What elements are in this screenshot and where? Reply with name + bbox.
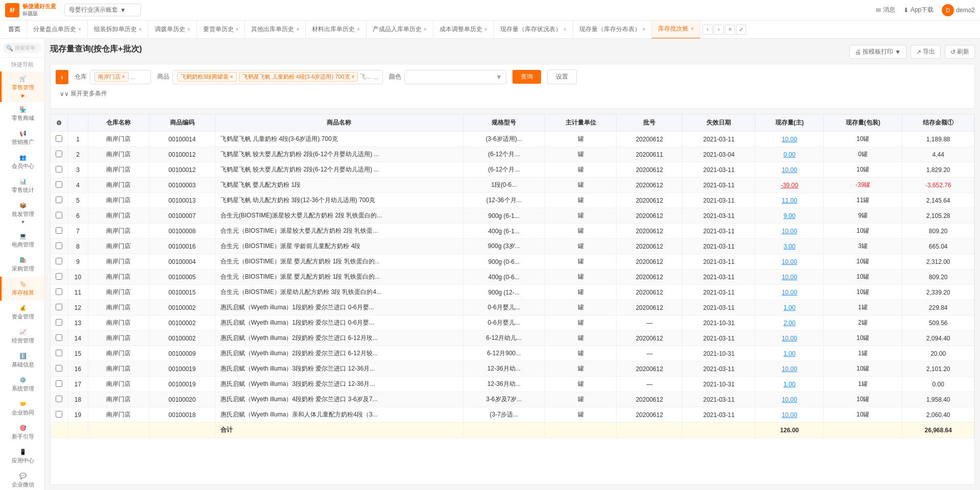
td-qty[interactable]: 1.00: [755, 377, 824, 392]
sidebar-item-wechat[interactable]: 💬 企业微信: [0, 469, 44, 490]
td-checkbox[interactable]: [51, 208, 68, 224]
tab-zuzhuang[interactable]: 组装拆卸单历史 ×: [88, 20, 149, 39]
td-checkbox[interactable]: [51, 147, 68, 162]
sidebar-item-base[interactable]: ℹ️ 基础信息: [0, 349, 44, 373]
product-tag-container[interactable]: 飞鹤奶粉3段两罐装 × 飞鹤星飞帆 儿童奶粉 4段(3-6岁适用) 700克 ×…: [173, 70, 383, 84]
row-checkbox[interactable]: [56, 334, 62, 341]
query-btn[interactable]: 查询: [512, 70, 541, 84]
color-dropdown-arrow[interactable]: ▼: [496, 74, 502, 81]
tab-close-icon[interactable]: ×: [424, 27, 427, 32]
table-container[interactable]: ⚙ 仓库名称 商品编码 商品名称 规格型号 主计量单位 批号 失效日期 现存量(…: [50, 114, 975, 485]
expand-more-btn[interactable]: ∨∨ 展开更多条件: [56, 87, 969, 100]
td-checkbox[interactable]: [51, 178, 68, 193]
row-checkbox[interactable]: [56, 288, 62, 295]
sidebar-item-member[interactable]: 👥 会员中心: [0, 150, 44, 174]
template-print-btn[interactable]: 🖨 按模板打印 ▼: [849, 45, 906, 59]
row-checkbox[interactable]: [56, 151, 62, 157]
td-qty[interactable]: 1.00: [755, 346, 824, 361]
tab-clck[interactable]: 材料出库单历史 ×: [306, 20, 366, 39]
td-qty[interactable]: 10.00: [755, 361, 824, 377]
tab-close-icon[interactable]: ×: [187, 27, 190, 32]
sidebar-item-purchase[interactable]: 🛍️ 采购管理: [0, 253, 44, 277]
warehouse-tag-remove[interactable]: ×: [122, 74, 125, 80]
row-checkbox[interactable]: [56, 304, 62, 310]
td-qty[interactable]: 3.00: [755, 239, 824, 254]
account-selector[interactable]: 母婴行业演示账套 ▼: [64, 4, 141, 16]
tab-close-active-icon[interactable]: ×: [691, 26, 694, 32]
td-qty[interactable]: 10.00: [755, 270, 824, 285]
row-checkbox[interactable]: [56, 212, 62, 218]
sidebar-item-finance[interactable]: 💰 资金管理: [0, 301, 44, 325]
tab-prev-btn[interactable]: ‹: [702, 24, 713, 35]
row-checkbox[interactable]: [56, 181, 62, 188]
filter-more[interactable]: ...: [131, 74, 136, 81]
tab-diaob[interactable]: 调拨单历史 ×: [149, 20, 197, 39]
sidebar-item-guide[interactable]: 🎯 新手引导: [0, 421, 44, 445]
sidebar-item-apps[interactable]: 📱 应用中心: [0, 445, 44, 469]
tab-close-icon[interactable]: ×: [139, 27, 142, 32]
td-qty[interactable]: 10.00: [755, 254, 824, 270]
td-qty[interactable]: 10.00: [755, 407, 824, 423]
tab-qtck[interactable]: 其他出库单历史 ×: [245, 20, 306, 39]
td-checkbox[interactable]: [51, 224, 68, 239]
td-checkbox[interactable]: [51, 132, 68, 147]
tab-close-icon[interactable]: ×: [296, 27, 299, 32]
td-checkbox[interactable]: [51, 407, 68, 423]
tab-kucun-pici[interactable]: 库存批次账 ×: [652, 20, 700, 39]
td-qty[interactable]: 10.00: [755, 331, 824, 346]
td-qty[interactable]: 10.00: [755, 162, 824, 178]
td-checkbox[interactable]: [51, 270, 68, 285]
product-tag-1-remove[interactable]: ×: [230, 74, 233, 80]
td-qty[interactable]: -39.00: [755, 178, 824, 193]
row-checkbox[interactable]: [56, 197, 62, 203]
td-checkbox[interactable]: [51, 285, 68, 300]
sidebar-item-marketing[interactable]: 📢 营销推广: [0, 126, 44, 150]
row-checkbox[interactable]: [56, 166, 62, 173]
td-checkbox[interactable]: [51, 300, 68, 315]
th-settings[interactable]: ⚙: [51, 114, 68, 132]
row-checkbox[interactable]: [56, 227, 62, 234]
tab-yaohuo[interactable]: 要货单历史 ×: [197, 20, 246, 39]
tab-ccrk[interactable]: 产成品入库单历史 ×: [366, 20, 433, 39]
tab-xck2[interactable]: 现存量（库存分布表） ×: [573, 20, 652, 39]
tab-xck1[interactable]: 现存量（库存状况表） ×: [494, 20, 573, 39]
td-checkbox[interactable]: [51, 239, 68, 254]
message-btn[interactable]: ✉ 消息: [876, 6, 895, 14]
refresh-btn[interactable]: ↺ 刷新: [945, 45, 975, 59]
row-checkbox[interactable]: [56, 365, 62, 372]
tab-close-icon[interactable]: ×: [564, 27, 567, 32]
product-filter-more[interactable]: 飞...: [360, 72, 371, 81]
td-checkbox[interactable]: [51, 254, 68, 270]
tab-cbtz[interactable]: 成本调整单历史 ×: [433, 20, 494, 39]
td-qty[interactable]: 0.00: [755, 147, 824, 162]
td-qty[interactable]: 10.00: [755, 132, 824, 147]
tab-fullscreen-btn[interactable]: ⤢: [736, 24, 746, 35]
td-qty[interactable]: 1.00: [755, 300, 824, 315]
sidebar-item-retail[interactable]: 🛒 零售管理 ▶: [0, 71, 44, 102]
tab-fendian[interactable]: 分量盘点单历史 ×: [27, 20, 88, 39]
row-checkbox[interactable]: [56, 273, 62, 280]
tab-close-icon[interactable]: ×: [484, 27, 487, 32]
user-avatar[interactable]: D demo2: [942, 4, 975, 16]
td-qty[interactable]: 11.00: [755, 193, 824, 208]
td-checkbox[interactable]: [51, 162, 68, 178]
sidebar-item-wholesale[interactable]: 📦 批发管理 ▼: [0, 198, 44, 229]
td-qty[interactable]: 9.00: [755, 208, 824, 224]
product-tag-2-remove[interactable]: ×: [352, 74, 355, 80]
warehouse-tag-container[interactable]: 南岸门店 × ...: [90, 70, 151, 84]
sidebar-item-operations[interactable]: 📈 经营管理: [0, 325, 44, 349]
td-qty[interactable]: 10.00: [755, 224, 824, 239]
tab-close-icon[interactable]: ×: [78, 27, 81, 32]
td-checkbox[interactable]: [51, 392, 68, 407]
tab-next-btn[interactable]: ›: [714, 24, 724, 35]
sidebar-item-system[interactable]: ⚙️ 系统管理: [0, 373, 44, 397]
td-checkbox[interactable]: [51, 331, 68, 346]
td-checkbox[interactable]: [51, 193, 68, 208]
row-checkbox[interactable]: [56, 135, 62, 142]
row-checkbox[interactable]: [56, 258, 62, 264]
td-checkbox[interactable]: [51, 346, 68, 361]
td-qty[interactable]: 10.00: [755, 285, 824, 300]
sidebar-item-shop[interactable]: 🏪 零售商城: [0, 102, 44, 126]
tab-close-icon[interactable]: ×: [236, 27, 239, 32]
search-input-box[interactable]: 🔍 搜索菜单: [3, 43, 41, 53]
